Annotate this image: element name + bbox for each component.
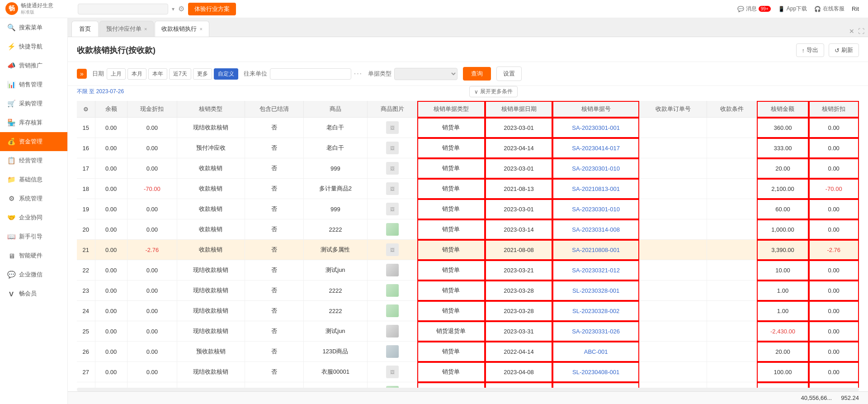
cell-bill-type: 销货单 <box>417 219 485 240</box>
filter-bill-type-section: 单据类型 <box>368 68 458 80</box>
cell-bill-type: 销货单 <box>417 342 485 362</box>
cell-bill-no[interactable]: SL-20230328-002 <box>552 301 639 321</box>
tab-prepay-close[interactable]: × <box>144 26 147 32</box>
sidebar-item-sales[interactable]: 📊 销售管理 <box>0 75 67 94</box>
cell-cash-discount: -2.76 <box>127 240 177 260</box>
cell-payment-term <box>707 362 757 382</box>
top-search-input[interactable] <box>78 4 168 14</box>
sidebar-label-quick-nav: 快捷导航 <box>19 43 42 51</box>
cell-payment-term <box>707 382 757 388</box>
sidebar-item-purchase[interactable]: 🛒 采购管理 <box>0 94 67 113</box>
filter-custom[interactable]: 自定义 <box>214 68 238 80</box>
sidebar-item-guide[interactable]: 📖 新手引导 <box>0 227 67 246</box>
tab-home[interactable]: 首页 <box>71 21 99 37</box>
sidebar-item-basic-info[interactable]: 📁 基础信息 <box>0 170 67 189</box>
app-download-item[interactable]: 📱 App下载 <box>778 5 807 13</box>
industry-solution-button[interactable]: 体验行业方案 <box>188 3 236 15</box>
filter-bill-type-select[interactable] <box>394 68 458 80</box>
user-name[interactable]: Rit <box>852 5 859 12</box>
cell-bill-no[interactable]: SA-20210808-001 <box>552 240 639 260</box>
tab-close-all-icon[interactable]: ✕ <box>849 28 854 35</box>
sidebar-item-quick-nav[interactable]: ⚡ 快捷导航 <box>0 37 67 56</box>
cell-contains-settled: 否 <box>245 301 303 321</box>
cell-bill-no[interactable]: SA-20210813-001 <box>552 179 639 199</box>
cell-id: 25 <box>77 321 95 342</box>
cell-receipt-order <box>639 260 707 280</box>
cell-balance: 0.00 <box>95 199 127 219</box>
tab-receivables-label: 收款核销执行 <box>161 25 197 33</box>
cell-contains-settled: 否 <box>245 179 303 199</box>
th-bill-date: 核销单据日期 <box>485 101 553 118</box>
product-image-placeholder: 🖼 <box>386 121 399 134</box>
sidebar-item-collab[interactable]: 🤝 企业协同 <box>0 208 67 227</box>
cell-balance: 0.00 <box>95 219 127 240</box>
cell-cash-discount: 0.00 <box>127 260 177 280</box>
cell-bill-no[interactable]: SA-20230301-010 <box>552 199 639 219</box>
filter-this-year[interactable]: 本年 <box>148 68 167 80</box>
sidebar: 🔍 搜索菜单 ⚡ 快捷导航 📣 营销推广 📊 销售管理 🛒 采购管理 🏪 库存核… <box>0 18 68 404</box>
cell-product: 老白干 <box>303 118 367 138</box>
tab-receivables-close[interactable]: × <box>199 26 202 32</box>
th-settings[interactable]: ⚙ <box>77 101 95 118</box>
filter-toggle-button[interactable]: » <box>77 69 87 79</box>
cell-bill-no[interactable]: SL-20230408-001 <box>552 362 639 382</box>
cell-bill-no[interactable]: SA-20230331-026 <box>552 321 639 342</box>
cell-product: 2222 <box>303 219 367 240</box>
purchase-icon: 🛒 <box>7 100 15 108</box>
cell-payment-term <box>707 138 757 158</box>
sidebar-label-guide: 新手引导 <box>19 233 42 241</box>
table-row: 28 0.00 0.00 现结收款核销 否 2222 销货单 2023-04-1… <box>77 382 859 388</box>
sidebar-item-finance[interactable]: 💰 资金管理 <box>0 132 67 151</box>
cell-receipt-order <box>639 199 707 219</box>
filter-counterpart-input[interactable] <box>270 68 351 80</box>
top-dropdown-arrow[interactable]: ▾ <box>172 6 175 12</box>
tab-expand-icon[interactable]: ⛶ <box>858 28 864 35</box>
filter-last-month[interactable]: 上月 <box>107 68 126 80</box>
sidebar-item-inventory[interactable]: 🏪 库存核算 <box>0 113 67 132</box>
cell-payment-term <box>707 219 757 240</box>
tab-prepay[interactable]: 预付冲应付单 × <box>99 21 154 37</box>
sidebar-item-hardware[interactable]: 🖥 智能硬件 <box>0 246 67 265</box>
messages-badge: 99+ <box>759 6 771 12</box>
tab-receivables[interactable]: 收款核销执行 × <box>155 21 209 37</box>
cell-cancel-amount: 1.00 <box>757 280 809 301</box>
cell-bill-no[interactable]: SL-20230418-001 <box>552 382 639 388</box>
cell-cancel-discount: 0.00 <box>809 219 859 240</box>
export-button[interactable]: ↑ 导出 <box>796 43 825 57</box>
filter-more[interactable]: 更多 <box>193 68 212 80</box>
cell-bill-no[interactable]: SL-20230328-001 <box>552 280 639 301</box>
sidebar-item-marketing[interactable]: 📣 营销推广 <box>0 56 67 75</box>
cell-bill-no[interactable]: SA-20230414-017 <box>552 138 639 158</box>
cell-receipt-order <box>639 138 707 158</box>
filter-counterpart-dots[interactable]: ··· <box>354 70 363 78</box>
table-row: 21 0.00 -2.76 收款核销 否 测试多属性 🖼 销货单 2021-08… <box>77 240 859 260</box>
filter-last-7-days[interactable]: 近7天 <box>169 68 191 80</box>
query-button[interactable]: 查询 <box>463 67 491 81</box>
sidebar-item-system[interactable]: ⚙ 系统管理 <box>0 189 67 208</box>
online-service-label: 在线客服 <box>823 5 844 13</box>
cell-cancel-discount: -2.76 <box>809 240 859 260</box>
cell-bill-no[interactable]: SA-20230301-010 <box>552 158 639 179</box>
sidebar-item-operation[interactable]: 📋 经营管理 <box>0 151 67 170</box>
settings-button[interactable]: 设置 <box>496 67 522 81</box>
online-service-item[interactable]: 🎧 在线客服 <box>814 5 844 13</box>
sidebar-item-wechat[interactable]: 💬 企业微信 <box>0 265 67 284</box>
refresh-button[interactable]: ↺ 刷新 <box>829 43 859 57</box>
cell-payment-term <box>707 118 757 138</box>
cell-cancel-type: 收款核销 <box>177 158 245 179</box>
footer-amount-value: 40,556,66... <box>801 394 832 401</box>
table-row: 23 0.00 0.00 现结收款核销 否 2222 销货单 2023-03-2… <box>77 280 859 301</box>
sidebar-item-search[interactable]: 🔍 搜索菜单 <box>0 18 67 37</box>
cell-bill-no[interactable]: SA-20230321-012 <box>552 260 639 280</box>
filter-this-month[interactable]: 本月 <box>127 68 146 80</box>
horizontal-scrollbar[interactable] <box>77 388 859 391</box>
cell-receipt-order <box>639 280 707 301</box>
cell-bill-no[interactable]: SA-20230301-001 <box>552 118 639 138</box>
cell-bill-no[interactable]: SA-20230314-008 <box>552 219 639 240</box>
cell-bill-no[interactable]: ABC-001 <box>552 342 639 362</box>
messages-item[interactable]: 💬 消息 99+ <box>737 5 771 13</box>
filter-expand-button[interactable]: ∨ 展开更多条件 <box>469 86 518 97</box>
sidebar-item-vip[interactable]: V 畅会员 <box>0 284 67 303</box>
top-settings-icon[interactable]: ⚙ <box>178 5 184 13</box>
top-bar-right: 💬 消息 99+ 📱 App下载 🎧 在线客服 Rit <box>737 5 859 13</box>
